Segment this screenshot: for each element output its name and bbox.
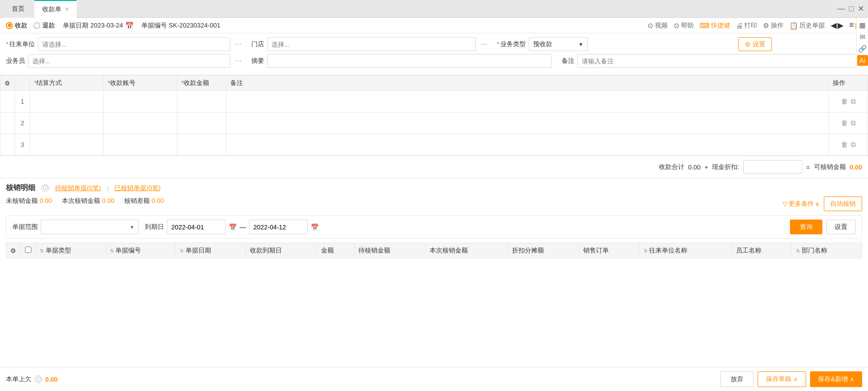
pending-tab[interactable]: 待核销单据(0笔)	[55, 184, 101, 193]
summary-input[interactable]	[267, 54, 552, 68]
store-more-icon[interactable]: ···	[481, 40, 487, 49]
sidebar-ai-icon[interactable]: Ai	[857, 55, 868, 66]
query-settings-btn[interactable]: 设置	[826, 220, 856, 234]
bottom-table-area[interactable]: ⚙ ⇅ 单据类型 ⇅ 单据编号 ⇅ 单据日期 收款到期日 金额 待核销金额 本次…	[6, 243, 862, 362]
staff-more-icon[interactable]: ···	[235, 56, 242, 65]
save-draft-arrow: ∧	[793, 376, 798, 383]
check-diff-value: 0.00	[152, 197, 164, 204]
settings-button[interactable]: ⚙ 设置	[738, 37, 772, 51]
row-account-2[interactable]	[104, 112, 177, 134]
radio-label-refund: 退款	[42, 21, 55, 30]
sidebar-table-icon[interactable]: ▦	[857, 20, 868, 30]
col-dept-header: ⇅ 部门名称	[792, 243, 862, 258]
nav-prev-icon[interactable]: ◀	[831, 21, 837, 30]
more-conditions-label: 更多条件	[788, 199, 814, 208]
available-value: 0.00	[850, 164, 862, 171]
tab-separator: |	[107, 184, 108, 192]
save-new-button[interactable]: 保存&新增 ∧	[810, 371, 862, 387]
row-note-2[interactable]	[226, 112, 829, 134]
print-label: 打印	[744, 21, 757, 30]
row-settle-3[interactable]	[30, 134, 104, 156]
video-btn[interactable]: ⊙ 视频	[648, 21, 668, 30]
row-note-3[interactable]	[226, 134, 829, 156]
range-select[interactable]: ▼	[41, 220, 139, 234]
more-conditions-btn[interactable]: ▽ 更多条件 ∧	[783, 199, 820, 208]
history-icon: 📋	[789, 22, 798, 29]
delete-btn-3[interactable]: 🗑	[841, 140, 848, 149]
action-btns-3: 🗑 ⧉	[833, 140, 864, 149]
verify-section: 核销明细 ⓘ 待核销单据(0笔) | 已核销单据(0笔) 未核销金额 0.00 …	[0, 178, 868, 367]
query-button[interactable]: 查询	[790, 220, 822, 234]
col-action-header: 操作	[829, 76, 868, 91]
row-gear-2	[0, 112, 15, 134]
sidebar-mail-icon[interactable]: ✉	[857, 31, 868, 42]
radio-refund[interactable]: 退款	[33, 21, 55, 30]
business-type-field: *业务类型 预收款 ▼	[497, 37, 732, 51]
row-account-1[interactable]	[104, 91, 177, 112]
delete-btn-2[interactable]: 🗑	[841, 119, 848, 127]
list-view-icon[interactable]: ≡	[849, 21, 854, 30]
discount-input[interactable]	[743, 160, 802, 174]
radio-receipt[interactable]: 收款	[6, 21, 27, 30]
date-to-input[interactable]	[249, 220, 308, 234]
print-btn[interactable]: 🖨 打印	[736, 21, 757, 30]
window-maximize-icon[interactable]: □	[849, 4, 854, 13]
history-btn[interactable]: 📋 历史单据	[789, 21, 825, 30]
operation-icon: ⚙	[763, 22, 769, 29]
calendar-icon[interactable]: 📅	[125, 22, 134, 29]
row-note-1[interactable]	[226, 91, 829, 112]
store-input[interactable]	[267, 37, 476, 51]
nav-next-icon[interactable]: ▶	[838, 21, 843, 30]
operation-btn[interactable]: ⚙ 操作	[763, 21, 784, 30]
query-right: 查询 设置	[790, 220, 856, 234]
settings-label: 设置	[753, 40, 765, 49]
tab-active[interactable]: 收款单 ×	[34, 0, 77, 18]
total-value: 0.00	[688, 164, 701, 171]
col-counterparty-header: ⇅ 往来单位名称	[639, 243, 732, 258]
tab-close-icon[interactable]: ×	[65, 6, 69, 13]
abandon-button[interactable]: 放弃	[720, 371, 754, 387]
window-close-icon[interactable]: ✕	[858, 4, 864, 13]
shortcut-btn[interactable]: ⌨ 快捷键	[700, 21, 730, 30]
date-to-icon[interactable]: 📅	[311, 223, 319, 231]
row-settle-1[interactable]	[30, 91, 104, 112]
row-settle-2[interactable]	[30, 112, 104, 134]
row-account-3[interactable]	[104, 134, 177, 156]
verify-info-icon[interactable]: ⓘ	[41, 184, 49, 192]
copy-btn-1[interactable]: ⧉	[851, 97, 856, 106]
counterparty-more-icon[interactable]: ···	[235, 40, 242, 49]
col-type-header: ⇅ 单据类型	[36, 243, 106, 258]
col-duedate-header: 收款到期日	[245, 243, 317, 258]
completed-tab[interactable]: 已核销单据(0笔)	[114, 184, 161, 193]
footer-info-icon[interactable]: ⓘ	[34, 375, 42, 383]
btable-gear-header[interactable]: ⚙	[6, 243, 21, 258]
sidebar-link-icon[interactable]: 🔗	[857, 43, 868, 54]
select-all-checkbox[interactable]	[25, 247, 31, 253]
date-from-icon[interactable]: 📅	[229, 223, 237, 231]
row-num-header	[15, 76, 30, 91]
row-amount-1[interactable]	[177, 91, 226, 112]
auto-verify-btn[interactable]: 自动核销	[824, 196, 862, 211]
copy-btn-3[interactable]: ⧉	[851, 140, 856, 149]
save-draft-button[interactable]: 保存草稿 ∧	[758, 371, 806, 387]
verify-table: ⚙ ⇅ 单据类型 ⇅ 单据编号 ⇅ 单据日期 收款到期日 金额 待核销金额 本次…	[6, 243, 862, 258]
remark-input[interactable]	[577, 54, 862, 68]
copy-btn-2[interactable]: ⧉	[851, 119, 856, 127]
delete-btn-1[interactable]: 🗑	[841, 97, 848, 106]
help-btn[interactable]: ⊙ 帮助	[674, 21, 694, 30]
home-tab-label: 首页	[12, 4, 25, 13]
table-gear-header[interactable]: ⚙	[0, 76, 15, 91]
staff-input[interactable]	[28, 54, 230, 68]
date-from-input[interactable]	[167, 220, 226, 234]
due-date-label: 到期日	[145, 223, 164, 231]
counterparty-input[interactable]	[38, 37, 230, 51]
col-salesorder-header: 销售订单	[579, 243, 639, 258]
verify-stats: 未核销金额 0.00 本次核销金额 0.00 核销差额 0.00 ▽ 更多条件 …	[6, 196, 862, 211]
row-amount-3[interactable]	[177, 134, 226, 156]
business-type-dropdown[interactable]: 预收款 ▼	[529, 37, 588, 51]
row-amount-2[interactable]	[177, 112, 226, 134]
tab-home[interactable]: 首页	[4, 0, 32, 18]
window-minimize-icon[interactable]: —	[837, 4, 845, 13]
radio-dot-receipt	[6, 22, 13, 29]
footer-value: 0.00	[45, 376, 57, 383]
